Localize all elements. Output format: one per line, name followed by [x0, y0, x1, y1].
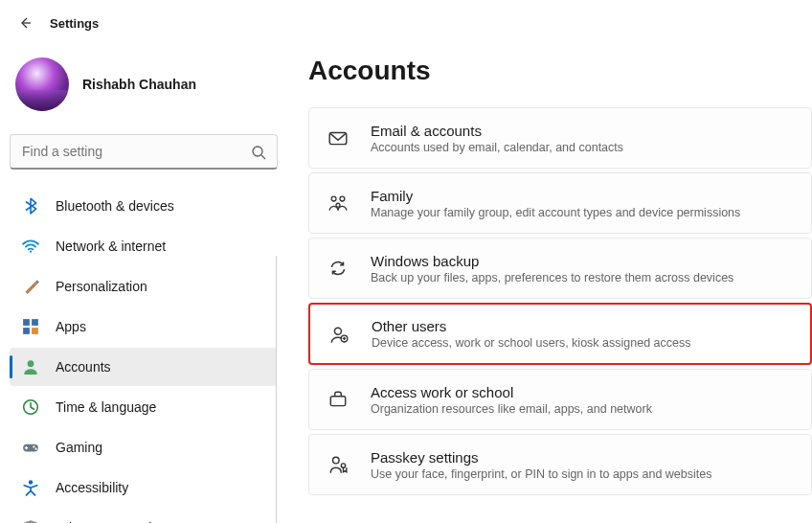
page-title: Accounts [308, 56, 812, 86]
card-title: Other users [372, 318, 690, 334]
card-family[interactable]: Family Manage your family group, edit ac… [308, 172, 812, 234]
svg-point-1 [30, 251, 32, 253]
profile-name: Rishabh Chauhan [82, 77, 196, 92]
apps-icon [21, 317, 40, 336]
svg-rect-18 [330, 397, 345, 406]
search-input[interactable] [10, 134, 278, 170]
sidebar-item-accounts[interactable]: Accounts [10, 348, 277, 386]
card-other-users[interactable]: Other users Device access, work or schoo… [308, 303, 812, 365]
main-content: Accounts Email & accounts Accounts used … [287, 40, 812, 523]
mail-icon [327, 126, 350, 149]
profile[interactable]: Rishabh Chauhan [10, 48, 278, 134]
sidebar-item-label: Time & language [56, 399, 156, 415]
sidebar-item-gaming[interactable]: Gaming [10, 428, 277, 466]
card-desc: Accounts used by email, calendar, and co… [371, 141, 623, 154]
card-title: Windows backup [371, 253, 733, 269]
sidebar-item-apps[interactable]: Apps [10, 307, 277, 346]
svg-point-9 [33, 445, 34, 447]
card-desc: Device access, work or school users, kio… [372, 336, 690, 350]
svg-rect-2 [23, 319, 30, 326]
card-desc: Manage your family group, edit account t… [371, 206, 740, 219]
sidebar-item-accessibility[interactable]: Accessibility [10, 468, 277, 507]
card-desc: Organization resources like email, apps,… [371, 402, 652, 416]
svg-point-10 [35, 448, 37, 450]
card-email-accounts[interactable]: Email & accounts Accounts used by email,… [308, 107, 812, 169]
card-access-work-school[interactable]: Access work or school Organization resou… [308, 369, 812, 430]
card-windows-backup[interactable]: Windows backup Back up your files, apps,… [308, 238, 812, 299]
svg-point-14 [340, 196, 345, 201]
sidebar: Rishabh Chauhan Bluetooth & devices Netw… [0, 40, 287, 523]
svg-rect-4 [23, 328, 30, 334]
svg-point-16 [334, 328, 341, 334]
sidebar-item-label: Gaming [56, 440, 102, 455]
briefcase-icon [327, 388, 350, 411]
svg-point-13 [331, 196, 336, 201]
key-person-icon [327, 453, 350, 476]
card-passkey-settings[interactable]: Passkey settings Use your face, fingerpr… [308, 434, 812, 495]
sidebar-item-label: Personalization [56, 279, 147, 294]
sidebar-item-label: Accessibility [56, 480, 128, 495]
svg-point-0 [253, 147, 262, 156]
back-button[interactable] [15, 13, 34, 33]
svg-rect-5 [32, 328, 38, 334]
card-title: Family [371, 188, 740, 204]
avatar [15, 57, 69, 111]
card-title: Email & accounts [371, 123, 623, 139]
clock-globe-icon [21, 398, 40, 417]
sidebar-nav: Bluetooth & devices Network & internet P… [10, 187, 278, 523]
sidebar-item-privacy-security[interactable]: Privacy & security [10, 509, 277, 523]
card-title: Passkey settings [371, 449, 711, 466]
sidebar-item-time-language[interactable]: Time & language [10, 388, 277, 426]
sidebar-item-bluetooth-devices[interactable]: Bluetooth & devices [10, 187, 277, 225]
wifi-icon [21, 237, 40, 256]
sidebar-item-network-internet[interactable]: Network & internet [10, 227, 277, 265]
gamepad-icon [21, 438, 40, 457]
sync-icon [327, 257, 350, 280]
svg-point-11 [29, 480, 34, 485]
search-icon [251, 145, 266, 160]
card-desc: Use your face, fingerprint, or PIN to si… [371, 467, 711, 481]
card-desc: Back up your files, apps, preferences to… [371, 271, 733, 284]
sidebar-item-label: Accounts [56, 359, 111, 375]
svg-point-6 [28, 360, 34, 367]
arrow-left-icon [17, 15, 33, 31]
person-plus-icon [327, 323, 350, 346]
svg-rect-3 [32, 319, 38, 326]
family-icon [327, 192, 350, 215]
svg-point-19 [333, 457, 340, 464]
header-title: Settings [50, 16, 99, 31]
paintbrush-icon [21, 277, 40, 296]
sidebar-item-personalization[interactable]: Personalization [10, 267, 277, 306]
accessibility-icon [21, 478, 40, 497]
card-title: Access work or school [371, 384, 652, 400]
bluetooth-icon [21, 196, 40, 216]
sidebar-item-label: Bluetooth & devices [56, 198, 174, 214]
sidebar-item-label: Network & internet [56, 239, 166, 254]
sidebar-item-label: Apps [56, 319, 86, 334]
person-icon [21, 357, 40, 376]
svg-point-15 [336, 203, 340, 207]
svg-point-20 [341, 464, 345, 467]
shield-icon [21, 518, 40, 523]
